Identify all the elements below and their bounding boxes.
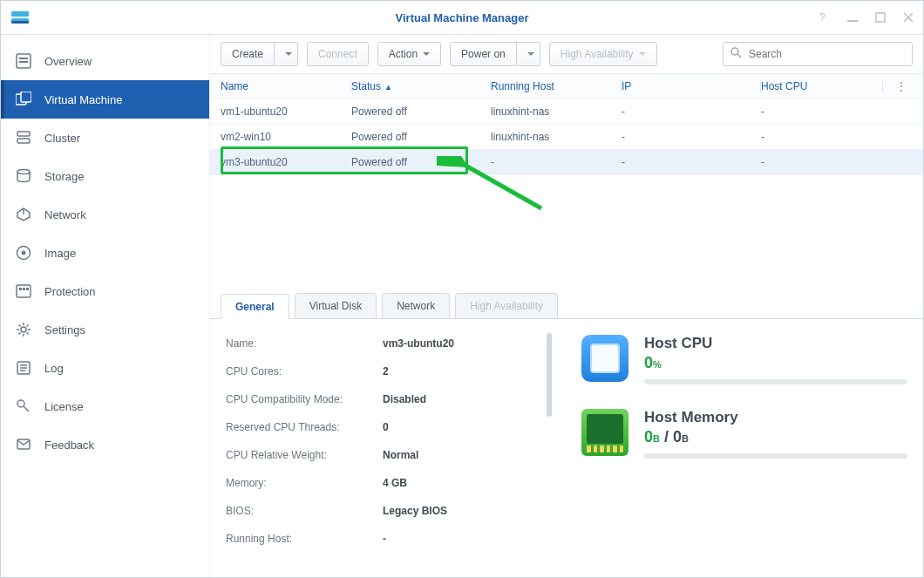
cell-ip: -: [622, 131, 761, 143]
cell-ip: -: [622, 105, 761, 118]
network-icon: [15, 206, 32, 223]
cell-host: linuxhint-nas: [491, 131, 622, 143]
svg-rect-22: [26, 288, 29, 290]
sidebar-item-overview[interactable]: Overview: [1, 42, 209, 80]
vm-icon: [15, 91, 32, 108]
svg-rect-2: [11, 21, 29, 24]
power-on-button[interactable]: Power on: [450, 42, 517, 66]
detail-label: BIOS:: [226, 505, 383, 517]
svg-rect-10: [19, 61, 28, 63]
detail-label: CPU Cores:: [226, 365, 383, 377]
image-icon: [15, 244, 32, 262]
cpu-icon: [581, 335, 628, 382]
svg-text:?: ?: [819, 12, 825, 23]
sidebar-item-settings[interactable]: Settings: [1, 310, 209, 349]
search-box[interactable]: [723, 42, 913, 66]
table-row[interactable]: vm1-ubuntu20 Powered off linuxhint-nas -…: [210, 99, 923, 125]
sidebar-item-log[interactable]: Log: [1, 349, 209, 387]
scrollbar[interactable]: [547, 333, 552, 417]
gauge-host-cpu: Host CPU 0%: [581, 335, 907, 384]
sidebar-item-label: Storage: [44, 170, 85, 183]
minimize-icon[interactable]: [845, 10, 860, 25]
column-ip[interactable]: IP: [622, 80, 761, 92]
sidebar-item-network[interactable]: Network: [1, 195, 209, 234]
close-icon[interactable]: [900, 10, 916, 25]
detail-value: -: [383, 533, 386, 545]
svg-rect-19: [17, 285, 31, 297]
search-input[interactable]: [747, 47, 905, 61]
protection-icon: [15, 282, 32, 300]
storage-icon: [15, 167, 32, 185]
action-button[interactable]: Action: [377, 42, 441, 66]
sidebar-item-image[interactable]: Image: [1, 234, 209, 272]
chevron-down-icon: [527, 52, 534, 56]
sidebar-item-feedback[interactable]: Feedback: [1, 425, 209, 464]
sidebar: Overview Virtual Machine Cluster Storage…: [1, 35, 210, 578]
connect-button[interactable]: Connect: [307, 42, 369, 66]
create-dropdown[interactable]: [275, 42, 298, 66]
sidebar-item-cluster[interactable]: Cluster: [1, 119, 209, 157]
chevron-down-icon: [639, 52, 646, 56]
gear-icon: [15, 321, 32, 338]
column-menu-icon[interactable]: ⋮: [883, 80, 913, 92]
sidebar-item-label: Settings: [44, 323, 85, 337]
detail-tabs: General Virtual Disk Network High Availa…: [210, 289, 923, 319]
detail-properties: Name:vm3-ubuntu20 CPU Cores:2 CPU Compat…: [226, 330, 552, 568]
sidebar-item-label: Log: [44, 362, 64, 375]
detail-label: CPU Compatibility Mode:: [226, 393, 383, 405]
sort-asc-icon: ▲: [384, 83, 392, 92]
sidebar-item-storage[interactable]: Storage: [1, 157, 209, 195]
tab-network[interactable]: Network: [382, 293, 450, 318]
tab-high-availability[interactable]: High Availability: [455, 293, 558, 318]
chevron-down-icon: [423, 52, 430, 56]
cell-host: linuxhint-nas: [491, 105, 622, 118]
tab-virtual-disk[interactable]: Virtual Disk: [295, 293, 377, 318]
feedback-icon: [15, 436, 32, 453]
detail-value: 0: [383, 421, 389, 433]
sidebar-item-label: Virtual Machine: [44, 93, 122, 106]
svg-point-18: [22, 251, 26, 255]
detail-value: vm3-ubuntu20: [383, 337, 454, 350]
create-button[interactable]: Create: [221, 42, 275, 66]
detail-value: Normal: [383, 449, 418, 461]
cell-status: Powered off: [351, 131, 491, 143]
memory-icon: [581, 409, 628, 456]
sidebar-item-label: Cluster: [44, 132, 80, 145]
cell-status: Powered off: [351, 156, 491, 168]
sidebar-item-license[interactable]: License: [1, 387, 209, 425]
help-icon[interactable]: ?: [817, 10, 832, 25]
column-running-host[interactable]: Running Host: [491, 80, 622, 92]
svg-rect-14: [17, 139, 30, 143]
tab-general[interactable]: General: [221, 294, 289, 319]
sidebar-item-virtual-machine[interactable]: Virtual Machine: [1, 80, 209, 119]
column-name[interactable]: Name: [221, 80, 351, 92]
svg-rect-12: [21, 92, 31, 102]
table-row[interactable]: vm2-win10 Powered off linuxhint-nas - -: [210, 125, 923, 150]
sidebar-item-label: Feedback: [44, 439, 94, 452]
svg-point-23: [21, 327, 26, 332]
gauge-bar: [644, 379, 907, 384]
license-icon: [15, 398, 32, 415]
cell-cpu: -: [761, 131, 883, 143]
svg-rect-9: [19, 58, 28, 59]
chevron-down-icon: [285, 52, 292, 56]
high-availability-button[interactable]: High Availability: [549, 42, 657, 66]
column-host-cpu[interactable]: Host CPU: [761, 80, 883, 92]
sidebar-item-protection[interactable]: Protection: [1, 272, 209, 310]
cell-name: vm3-ubuntu20: [221, 156, 351, 168]
cell-ip: -: [622, 156, 761, 168]
power-dropdown[interactable]: [517, 42, 540, 66]
log-icon: [15, 359, 32, 377]
svg-rect-5: [876, 13, 885, 22]
gauge-title: Host CPU: [644, 335, 907, 352]
maximize-icon[interactable]: [873, 10, 888, 25]
svg-rect-4: [847, 20, 858, 22]
table-row[interactable]: vm3-ubuntu20 Powered off - - -: [210, 150, 923, 175]
column-status[interactable]: Status▲: [351, 80, 491, 92]
detail-label: CPU Relative Weight:: [226, 449, 383, 461]
overview-icon: [15, 52, 32, 70]
window-title: Virtual Machine Manager: [1, 11, 923, 24]
gauge-value: 0%: [644, 354, 907, 372]
detail-value: Disabled: [383, 393, 426, 405]
svg-point-28: [17, 400, 24, 407]
